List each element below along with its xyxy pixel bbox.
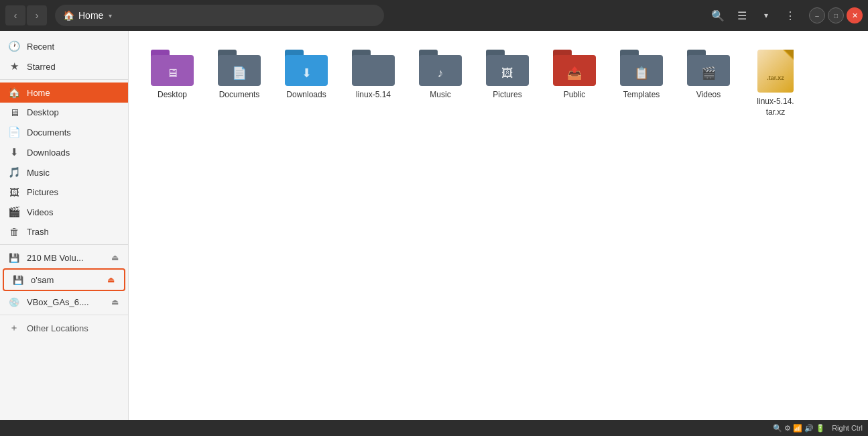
sidebar-label-vbox: VBox_GAs_6.... [27, 297, 103, 307]
folder-icon [352, 50, 395, 86]
sidebar-item-volume[interactable]: 💾 210 MB Volu... ⏏ [0, 248, 128, 268]
file-item[interactable]: .tar.xz linux-5.14.tar.xz [745, 44, 806, 123]
sidebar-label-videos: Videos [27, 207, 120, 217]
close-button[interactable]: ✕ [847, 7, 863, 23]
sidebar: 🕐 Recent ★ Starred 🏠 Home 🖥 Desktop 📄 Do… [0, 31, 129, 420]
folder-body: 🖥 [151, 55, 194, 86]
statusbar-right-text: Right Ctrl [832, 424, 863, 432]
sidebar-label-home: Home [27, 88, 120, 98]
view-list-button[interactable]: ☰ [731, 5, 753, 26]
folder-overlay: 🖥 [166, 66, 178, 80]
file-item[interactable]: ⬇ Downloads [276, 44, 336, 123]
folder-body: 📄 [218, 55, 261, 86]
file-label: linux-5.14.tar.xz [757, 97, 794, 117]
sidebar-item-starred[interactable]: ★ Starred [0, 56, 128, 76]
sidebar-item-home[interactable]: 🏠 Home [0, 83, 128, 103]
sidebar-item-other-locations[interactable]: ＋ Other Locations [0, 318, 128, 338]
sidebar-item-music[interactable]: 🎵 Music [0, 162, 128, 182]
file-label: Downloads [286, 90, 326, 101]
maximize-button[interactable]: □ [828, 7, 844, 23]
file-label: linux-5.14 [356, 90, 391, 101]
home-icon: 🏠 [8, 87, 20, 99]
eject-volume-button[interactable]: ⏏ [110, 252, 120, 264]
file-label: Videos [696, 90, 721, 101]
documents-icon: 📄 [8, 126, 20, 138]
sidebar-divider-3 [0, 315, 128, 315]
folder-icon: 📄 [218, 50, 261, 86]
forward-button[interactable]: › [27, 5, 47, 25]
folder-icon: 🖼 [486, 50, 529, 86]
file-item[interactable]: linux-5.14 [343, 44, 404, 123]
statusbar-icons: 🔍 ⚙ 📶 🔊 🔋 [773, 424, 825, 433]
sidebar-item-osam[interactable]: 💾 o'sam ⏏ [3, 268, 125, 291]
sb-icon-4: 🔊 [804, 424, 814, 433]
clock-icon: 🕐 [8, 40, 20, 52]
file-area: 🖥 Desktop 📄 Documents ⬇ Downloads [129, 31, 868, 420]
sidebar-item-trash[interactable]: 🗑 Trash [0, 222, 128, 241]
drive-icon: 💾 [8, 253, 20, 263]
folder-body: 📤 [553, 55, 596, 86]
file-item[interactable]: 📋 Templates [611, 44, 672, 123]
file-item[interactable]: ♪ Music [410, 44, 471, 123]
back-button[interactable]: ‹ [5, 5, 25, 25]
folder-icon: 📋 [620, 50, 663, 86]
pictures-icon: 🖼 [8, 186, 20, 198]
file-item[interactable]: 🎬 Videos [678, 44, 739, 123]
file-item[interactable]: 📤 Public [544, 44, 605, 123]
file-item[interactable]: 🖼 Pictures [477, 44, 538, 123]
file-label: Music [430, 90, 450, 101]
minimize-button[interactable]: – [809, 7, 825, 23]
drive-osam-icon: 💾 [12, 275, 24, 285]
file-label: Templates [623, 90, 660, 101]
file-grid: 🖥 Desktop 📄 Documents ⬇ Downloads [142, 44, 855, 123]
file-label: Documents [219, 90, 260, 101]
sb-icon-1: 🔍 [773, 424, 782, 433]
sidebar-label-volume: 210 MB Volu... [27, 253, 103, 263]
sidebar-item-documents[interactable]: 📄 Documents [0, 122, 128, 142]
menu-button[interactable]: ⋮ [780, 5, 801, 26]
archive-icon: .tar.xz [757, 50, 794, 93]
file-item[interactable]: 🖥 Desktop [142, 44, 202, 123]
sidebar-item-recent[interactable]: 🕐 Recent [0, 36, 128, 56]
location-text: Home [78, 10, 103, 21]
sidebar-item-pictures[interactable]: 🖼 Pictures [0, 182, 128, 202]
sidebar-label-osam: o'sam [31, 275, 99, 285]
downloads-icon: ⬇ [8, 146, 20, 158]
sidebar-label-desktop: Desktop [27, 107, 120, 117]
folder-body: 🎬 [687, 55, 730, 86]
sidebar-label-music: Music [27, 168, 120, 178]
sidebar-item-desktop[interactable]: 🖥 Desktop [0, 103, 128, 122]
window-controls: – □ ✕ [809, 7, 863, 23]
desktop-icon: 🖥 [8, 107, 20, 118]
sidebar-item-videos[interactable]: 🎬 Videos [0, 202, 128, 222]
sidebar-label-downloads: Downloads [27, 148, 120, 158]
folder-overlay: 📤 [567, 66, 582, 80]
sidebar-item-vbox[interactable]: 💿 VBox_GAs_6.... ⏏ [0, 292, 128, 312]
file-item[interactable]: 📄 Documents [209, 44, 269, 123]
folder-icon: 📤 [553, 50, 596, 86]
home-icon: 🏠 [63, 10, 74, 21]
sidebar-item-downloads[interactable]: ⬇ Downloads [0, 142, 128, 162]
folder-overlay: 📋 [634, 66, 649, 80]
search-button[interactable]: 🔍 [707, 5, 729, 26]
sb-icon-5: 🔋 [816, 424, 825, 433]
eject-vbox-button[interactable]: ⏏ [110, 296, 120, 308]
videos-icon: 🎬 [8, 206, 20, 218]
sort-button[interactable]: ▾ [755, 5, 777, 26]
sidebar-label-starred: Starred [27, 62, 120, 72]
folder-body [352, 55, 395, 86]
folder-body: 🖼 [486, 55, 529, 86]
folder-overlay: 🎬 [701, 66, 716, 80]
sidebar-divider-2 [0, 244, 128, 245]
music-icon: 🎵 [8, 166, 20, 178]
sidebar-label-recent: Recent [27, 42, 120, 52]
folder-icon: 🎬 [687, 50, 730, 86]
file-label: Desktop [158, 90, 187, 101]
folder-icon: ⬇ [285, 50, 328, 86]
location-bar[interactable]: 🏠 Home ▾ [55, 5, 384, 26]
statusbar: 🔍 ⚙ 📶 🔊 🔋 Right Ctrl [0, 420, 868, 436]
eject-osam-button[interactable]: ⏏ [106, 274, 116, 286]
file-label: Public [564, 90, 586, 101]
plus-icon: ＋ [8, 322, 20, 334]
folder-overlay: 🖼 [501, 66, 513, 80]
